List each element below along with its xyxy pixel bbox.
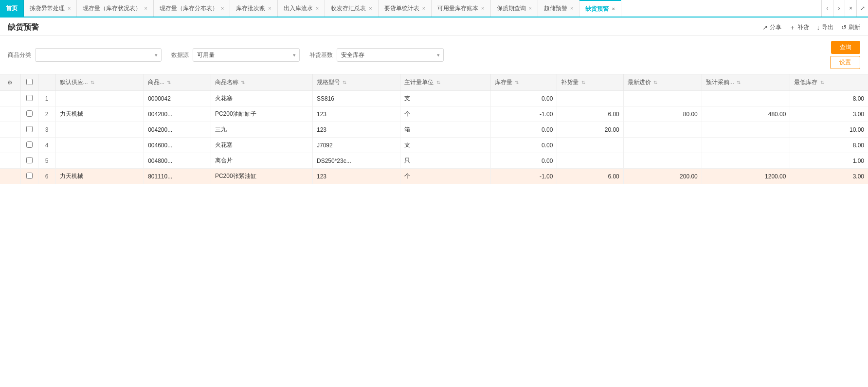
tab-inventory-status[interactable]: 现存量（库存状况表） × xyxy=(77,0,153,17)
cell-stock-4: 0.00 xyxy=(491,153,557,169)
datasource-select-wrapper: 可用量 库存量 xyxy=(193,48,300,62)
tab-available-ledger[interactable]: 可用量库存账本 × xyxy=(432,0,490,17)
refresh-button[interactable]: ↺ 刷新 xyxy=(841,23,860,32)
cell-stock-1: -1.00 xyxy=(491,106,557,122)
category-filter-label: 商品分类 xyxy=(8,51,31,59)
tab-shortage[interactable]: 缺货预警 × xyxy=(579,0,621,17)
tab-expiry-query[interactable]: 保质期查询 × xyxy=(491,0,538,17)
gear-icon: ⚙ xyxy=(7,79,13,86)
tab-maximize-btn[interactable]: ⤢ xyxy=(856,0,868,17)
th-spec-sort-icon: ⇅ xyxy=(343,80,346,85)
share-icon: ↗ xyxy=(762,24,768,31)
cell-gear-1 xyxy=(0,106,20,122)
tab-demand-stat[interactable]: 要货单统计表 × xyxy=(379,0,432,17)
tab-inventory-status-close[interactable]: × xyxy=(144,5,147,11)
cell-latest-price-2 xyxy=(623,122,702,138)
cell-checkbox-1 xyxy=(20,106,38,122)
tab-batch-account-close[interactable]: × xyxy=(268,5,271,11)
tab-available-ledger-close[interactable]: × xyxy=(481,5,484,11)
th-stock[interactable]: 库存量 ⇅ xyxy=(491,74,557,91)
tab-in-out-flow-label: 出入库流水 xyxy=(284,4,313,13)
cell-min-stock-2: 10.00 xyxy=(790,122,868,138)
share-button[interactable]: ↗ 分享 xyxy=(762,23,781,32)
cell-latest-price-3 xyxy=(623,138,702,153)
query-button[interactable]: 查询 xyxy=(831,41,860,54)
th-latest-price-sort-icon: ⇅ xyxy=(653,80,657,85)
th-est-purchase[interactable]: 预计采购... ⇅ xyxy=(702,74,790,91)
tab-next-btn[interactable]: › xyxy=(833,0,845,17)
cell-spec-0: SS816 xyxy=(313,91,400,106)
cell-spec-1: 123 xyxy=(313,106,400,122)
row-checkbox-1[interactable] xyxy=(26,110,33,117)
setting-button[interactable]: 设置 xyxy=(830,56,860,69)
cell-est-purchase-2 xyxy=(702,122,790,138)
cell-gear-3 xyxy=(0,138,20,153)
cell-num-0: 1 xyxy=(38,91,55,106)
row-checkbox-5[interactable] xyxy=(26,173,33,179)
th-unit[interactable]: 主计量单位 ⇅ xyxy=(400,74,491,91)
tab-close-others-btn[interactable]: × xyxy=(845,0,856,17)
row-checkbox-4[interactable] xyxy=(26,157,33,163)
th-supplier[interactable]: 默认供应... ⇅ xyxy=(55,74,144,91)
tab-exception[interactable]: 拣货异常处理 × xyxy=(24,0,77,17)
category-select[interactable] xyxy=(35,48,162,62)
tab-exception-close[interactable]: × xyxy=(68,5,71,11)
row-checkbox-2[interactable] xyxy=(26,126,33,132)
cell-gear-2 xyxy=(0,122,20,138)
export-icon: ↓ xyxy=(817,24,820,31)
row-checkbox-3[interactable] xyxy=(26,141,33,148)
tab-collect-summary-close[interactable]: × xyxy=(369,5,372,11)
export-button[interactable]: ↓ 导出 xyxy=(817,23,834,32)
th-product-name[interactable]: 商品名称 ⇅ xyxy=(211,74,312,91)
th-product-code[interactable]: 商品... ⇅ xyxy=(144,74,211,91)
tab-prev-btn[interactable]: ‹ xyxy=(821,0,833,17)
tab-home[interactable]: 首页 xyxy=(0,0,24,17)
replenish-base-select[interactable]: 安全库存 最低库存 xyxy=(337,48,444,62)
cell-unit-3: 支 xyxy=(400,138,491,153)
tab-in-out-flow-close[interactable]: × xyxy=(316,5,319,11)
replenish-button[interactable]: ＋ 补货 xyxy=(789,23,809,32)
th-replenish-qty[interactable]: 补货量 ⇅ xyxy=(557,74,623,91)
refresh-label: 刷新 xyxy=(849,23,860,32)
datasource-select[interactable]: 可用量 库存量 xyxy=(193,48,300,62)
th-latest-price[interactable]: 最新进价 ⇅ xyxy=(623,74,702,91)
cell-checkbox-4 xyxy=(20,153,38,169)
th-product-code-label: 商品... xyxy=(148,79,164,86)
th-supplier-label: 默认供应... xyxy=(60,79,88,86)
select-all-checkbox[interactable] xyxy=(26,79,33,85)
th-replenish-qty-label: 补货量 xyxy=(561,79,579,86)
th-gear[interactable]: ⚙ xyxy=(0,74,20,91)
row-checkbox-0[interactable] xyxy=(26,95,33,101)
cell-est-purchase-1: 480.00 xyxy=(702,106,790,122)
table-header-row: ⚙ 默认供应... ⇅ 商品... ⇅ 商品名称 xyxy=(0,74,868,91)
tab-in-out-flow[interactable]: 出入库流水 × xyxy=(278,0,325,17)
tab-inventory-dist-close[interactable]: × xyxy=(221,5,224,11)
tab-demand-stat-close[interactable]: × xyxy=(422,5,425,11)
cell-supplier-1: 力天机械 xyxy=(55,106,144,122)
tab-collect-summary[interactable]: 收发存汇总表 × xyxy=(325,0,378,17)
th-supplier-sort-icon: ⇅ xyxy=(90,80,94,85)
cell-num-3: 4 xyxy=(38,138,55,153)
cell-product-name-3: 火花塞 xyxy=(211,138,312,153)
tab-available-ledger-label: 可用量库存账本 xyxy=(437,4,478,13)
tab-batch-account[interactable]: 库存批次账 × xyxy=(230,0,277,17)
cell-product-code-0: 0000042 xyxy=(144,91,211,106)
tab-overstock-close[interactable]: × xyxy=(570,5,573,11)
cell-min-stock-3: 8.00 xyxy=(790,138,868,153)
cell-product-code-3: 004600... xyxy=(144,138,211,153)
th-product-name-sort-icon: ⇅ xyxy=(241,80,245,85)
tab-expiry-query-close[interactable]: × xyxy=(529,5,532,11)
tab-batch-account-label: 库存批次账 xyxy=(236,4,265,13)
cell-min-stock-0: 8.00 xyxy=(790,91,868,106)
th-stock-label: 库存量 xyxy=(495,79,512,86)
th-replenish-qty-sort-icon: ⇅ xyxy=(581,80,585,85)
export-label: 导出 xyxy=(822,23,833,32)
tab-inventory-dist[interactable]: 现存量（库存分布表） × xyxy=(154,0,230,17)
tab-overstock[interactable]: 超储预警 × xyxy=(538,0,579,17)
th-min-stock[interactable]: 最低库存 ⇅ xyxy=(790,74,868,91)
page-header: 缺货预警 ↗ 分享 ＋ 补货 ↓ 导出 ↺ 刷新 xyxy=(0,18,868,36)
th-spec[interactable]: 规格型号 ⇅ xyxy=(313,74,400,91)
th-est-purchase-label: 预计采购... xyxy=(706,79,734,86)
page-content: 缺货预警 ↗ 分享 ＋ 补货 ↓ 导出 ↺ 刷新 商品分类 xyxy=(0,18,868,387)
tab-shortage-close[interactable]: × xyxy=(612,6,615,12)
